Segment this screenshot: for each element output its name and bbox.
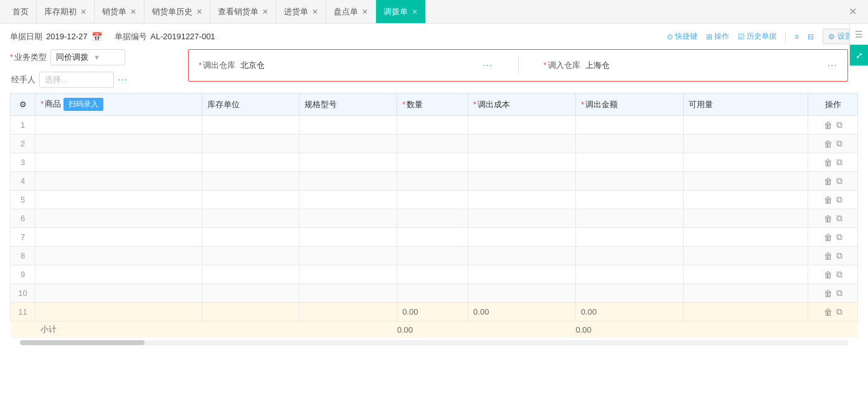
table-row: 8 🗑⧉ xyxy=(11,247,858,265)
tab-bar: 首页 库存期初 ✕ 销货单 ✕ 销货单历史 ✕ 查看销货单 ✕ 进货单 ✕ 盘点… xyxy=(0,0,868,24)
copy-icon-10[interactable]: ⧉ xyxy=(836,288,842,298)
tab-inventory-check[interactable]: 盘点单 ✕ xyxy=(326,0,376,23)
copy-icon-9[interactable]: ⧉ xyxy=(836,269,842,280)
operation-icon: ⊞ xyxy=(706,32,712,41)
operation-btn[interactable]: ⊞ 操作 xyxy=(706,31,729,42)
delete-icon-5[interactable]: 🗑 xyxy=(824,195,833,205)
table-row: 4 🗑⧉ xyxy=(11,172,858,191)
close-purchase-order[interactable]: ✕ xyxy=(312,7,318,16)
copy-icon-5[interactable]: ⧉ xyxy=(836,194,842,205)
delete-icon-10[interactable]: 🗑 xyxy=(824,288,833,298)
th-spec: 规格型号 xyxy=(300,93,397,116)
warehouse-out-ellipsis[interactable]: ··· xyxy=(483,60,493,71)
close-inventory-init[interactable]: ✕ xyxy=(80,7,87,16)
copy-icon-8[interactable]: ⧉ xyxy=(836,250,842,261)
warehouse-out-value[interactable]: 北京仓 xyxy=(240,60,478,71)
copy-icon-6[interactable]: ⧉ xyxy=(836,213,842,224)
row-1-cost[interactable] xyxy=(468,116,576,135)
tab-sales-order[interactable]: 销货单 ✕ xyxy=(95,0,144,23)
table-row: 2 🗑⧉ xyxy=(11,135,858,153)
doc-info-row: 单据日期 2019-12-27 📅 单据编号 AL-20191227-001 ⊙… xyxy=(0,24,868,49)
tab-transfer-order[interactable]: 调拨单 ✕ xyxy=(376,0,426,23)
handler-ellipsis[interactable]: ··· xyxy=(118,74,128,85)
row-1-op: 🗑 ⧉ xyxy=(808,116,858,135)
delete-icon-11[interactable]: 🗑 xyxy=(824,307,833,317)
doc-no-group: 单据编号 AL-20191227-001 xyxy=(115,31,215,42)
row-1-qty[interactable] xyxy=(397,116,468,135)
close-sales-order[interactable]: ✕ xyxy=(130,7,136,16)
delete-icon-4[interactable]: 🗑 xyxy=(824,176,833,186)
delete-icon-8[interactable]: 🗑 xyxy=(824,251,833,261)
close-sales-history[interactable]: ✕ xyxy=(196,7,202,16)
table-container: ⚙ *商品 扫码录入 库存单位 规格型号 *数量 *调出成本 *调出金额 可用量… xyxy=(0,93,868,338)
tab-inventory-init[interactable]: 库存期初 ✕ xyxy=(37,0,95,23)
tab-sales-history[interactable]: 销货单历史 ✕ xyxy=(144,0,210,23)
biz-type-select[interactable]: 同价调拨 ▼ xyxy=(50,49,125,65)
calendar-icon[interactable]: 📅 xyxy=(92,32,102,42)
settings-gear-icon: ⚙ xyxy=(828,32,835,41)
tab-home[interactable]: 首页 xyxy=(5,0,37,23)
row-num-1: 1 xyxy=(11,116,35,135)
history-btn[interactable]: ☑ 历史单据 xyxy=(738,31,776,42)
table-row: 3 🗑⧉ xyxy=(11,153,858,172)
delete-icon-3[interactable]: 🗑 xyxy=(824,158,833,168)
tab-close-all[interactable]: ✕ xyxy=(842,6,863,17)
warehouse-in-ellipsis[interactable]: ··· xyxy=(828,60,837,71)
handler-placeholder: 选择... xyxy=(45,74,68,85)
delete-icon-6[interactable]: 🗑 xyxy=(824,214,833,224)
warehouse-in-value[interactable]: 上海仓 xyxy=(585,60,823,71)
copy-icon-4[interactable]: ⧉ xyxy=(836,176,842,186)
warehouse-in-label: *调入仓库 xyxy=(544,60,580,71)
scroll-thumb[interactable] xyxy=(20,340,144,345)
right-panel-expand-icon[interactable]: ⤢ xyxy=(850,45,868,66)
copy-icon-11[interactable]: ⧉ xyxy=(836,307,842,317)
close-inventory-check[interactable]: ✕ xyxy=(362,7,368,16)
warehouse-in-group: *调入仓库 上海仓 ··· xyxy=(544,60,838,71)
delete-icon-7[interactable]: 🗑 xyxy=(824,232,833,242)
horizontal-scrollbar[interactable] xyxy=(20,340,848,345)
scan-btn[interactable]: 扫码录入 xyxy=(64,98,103,111)
copy-icon-1[interactable]: ⧉ xyxy=(836,120,842,130)
shortcut-btn[interactable]: ⊙ 快捷键 xyxy=(667,31,697,42)
table-row: 5 🗑⧉ xyxy=(11,191,858,209)
subtotal-label: 小计 xyxy=(35,321,202,338)
th-unit: 库存单位 xyxy=(202,93,300,116)
delete-icon-1[interactable]: 🗑 xyxy=(824,120,833,130)
table-row: 10 🗑⧉ xyxy=(11,284,858,303)
biz-type-arrow: ▼ xyxy=(93,54,100,61)
copy-icon-3[interactable]: ⧉ xyxy=(836,157,842,168)
gear-th[interactable]: ⚙ xyxy=(11,93,35,116)
table-header-row: ⚙ *商品 扫码录入 库存单位 规格型号 *数量 *调出成本 *调出金额 可用量… xyxy=(11,93,858,116)
handler-select[interactable]: 选择... xyxy=(39,72,114,88)
row-1-available[interactable] xyxy=(684,116,808,135)
biz-type-value: 同价调拨 xyxy=(56,52,88,63)
copy-icon-7[interactable]: ⧉ xyxy=(836,232,842,242)
toolbar-divider xyxy=(785,32,786,42)
delete-icon-9[interactable]: 🗑 xyxy=(824,270,833,280)
close-view-sales[interactable]: ✕ xyxy=(262,7,268,16)
row-1-spec[interactable] xyxy=(300,116,397,135)
th-op: 操作 xyxy=(808,93,858,116)
right-panel-list-icon[interactable]: ☰ xyxy=(850,24,868,45)
history-label: 历史单据 xyxy=(747,31,776,42)
th-product: *商品 扫码录入 xyxy=(35,93,202,116)
doc-date-group: 单据日期 2019-12-27 📅 xyxy=(10,31,102,42)
copy-icon-2[interactable]: ⧉ xyxy=(836,138,842,149)
subtotal-qty: 0.00 xyxy=(397,303,468,321)
scroll-container xyxy=(0,338,868,348)
layout-icon-2[interactable]: ⊟ xyxy=(808,32,814,41)
layout-icon-1[interactable]: ≡ xyxy=(795,32,799,41)
tab-purchase-order[interactable]: 进货单 ✕ xyxy=(276,0,326,23)
tab-view-sales[interactable]: 查看销货单 ✕ xyxy=(210,0,276,23)
table-row: 1 🗑 ⧉ xyxy=(11,116,858,135)
doc-date-label: 单据日期 xyxy=(10,31,42,42)
close-transfer-order[interactable]: ✕ xyxy=(412,7,418,16)
row-1-product[interactable] xyxy=(35,116,202,135)
delete-icon-2[interactable]: 🗑 xyxy=(824,139,833,149)
footer-row: 小计 0.00 0.00 xyxy=(11,321,858,338)
warehouse-divider xyxy=(518,56,519,75)
table-row: 7 🗑⧉ xyxy=(11,228,858,247)
main-table: ⚙ *商品 扫码录入 库存单位 规格型号 *数量 *调出成本 *调出金额 可用量… xyxy=(10,93,858,338)
row-1-unit[interactable] xyxy=(202,116,300,135)
row-1-amount[interactable] xyxy=(576,116,684,135)
